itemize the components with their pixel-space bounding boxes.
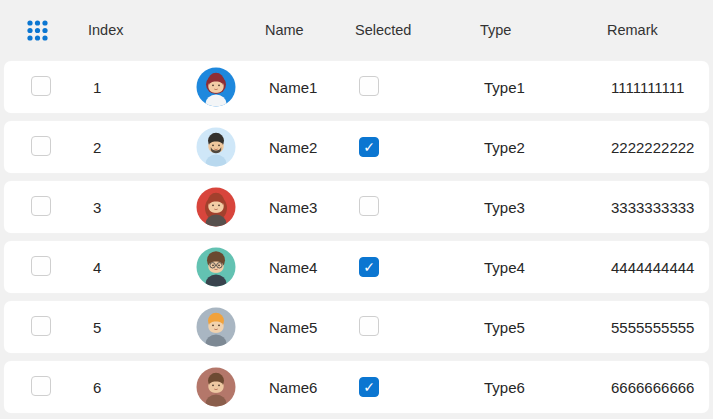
row-select-checkbox[interactable] [31,76,51,96]
selected-checkbox[interactable] [359,316,379,336]
selected-cell [355,196,480,219]
row-select-cell [4,376,60,399]
avatar-image [196,247,236,287]
grid-dots [27,20,47,40]
table-body: 1 Name1 Type1 1111111111 2 Name2 ✓ Type2… [0,60,713,414]
index-cell: 2 [60,139,165,156]
avatar-image [196,127,236,167]
selected-checkbox[interactable]: ✓ [359,377,379,397]
type-cell: Type1 [480,79,605,96]
avatar-cell [165,307,265,347]
selected-cell: ✓ [355,257,480,277]
remark-cell: 2222222222 [605,139,709,156]
table-header: Index Name Selected Type Remark [0,0,713,60]
row-select-checkbox[interactable] [31,376,51,396]
header-name: Name [261,22,351,38]
row-select-cell [4,136,60,159]
row-select-checkbox[interactable] [31,136,51,156]
selected-cell: ✓ [355,137,480,157]
table-row[interactable]: 4 Name4 ✓ Type4 4444444444 [3,240,710,294]
row-select-cell [4,316,60,339]
avatar-image [196,187,236,227]
remark-cell: 6666666666 [605,379,709,396]
type-cell: Type5 [480,319,605,336]
remark-cell: 4444444444 [605,259,709,276]
name-cell: Name1 [265,79,355,96]
table-row[interactable]: 5 Name5 Type5 5555555555 [3,300,710,354]
type-cell: Type2 [480,139,605,156]
avatar-cell [165,247,265,287]
name-cell: Name2 [265,139,355,156]
table-row[interactable]: 1 Name1 Type1 1111111111 [3,60,710,114]
avatar-cell [165,67,265,107]
table-row[interactable]: 3 Name3 Type3 3333333333 [3,180,710,234]
grid-dots-icon [26,19,49,42]
remark-cell: 5555555555 [605,319,709,336]
row-select-checkbox[interactable] [31,196,51,216]
table-row[interactable]: 6 Name6 ✓ Type6 6666666666 [3,360,710,414]
header-index: Index [56,22,161,38]
avatar-cell [165,367,265,407]
name-cell: Name4 [265,259,355,276]
name-cell: Name5 [265,319,355,336]
selected-checkbox[interactable]: ✓ [359,257,379,277]
index-cell: 5 [60,319,165,336]
index-cell: 4 [60,259,165,276]
selected-cell [355,76,480,99]
selected-checkbox[interactable]: ✓ [359,137,379,157]
index-cell: 6 [60,379,165,396]
apps-grid-button[interactable] [22,15,52,45]
name-cell: Name6 [265,379,355,396]
index-cell: 3 [60,199,165,216]
selected-checkbox[interactable] [359,196,379,216]
row-select-cell [4,196,60,219]
header-remark: Remark [601,22,713,38]
type-cell: Type4 [480,259,605,276]
row-select-cell [4,256,60,279]
avatar-image [196,67,236,107]
type-cell: Type3 [480,199,605,216]
header-selected: Selected [351,22,476,38]
avatar-cell [165,187,265,227]
row-select-checkbox[interactable] [31,256,51,276]
remark-cell: 3333333333 [605,199,709,216]
selected-checkbox[interactable] [359,76,379,96]
avatar-cell [165,127,265,167]
index-cell: 1 [60,79,165,96]
selected-cell [355,316,480,339]
type-cell: Type6 [480,379,605,396]
selected-cell: ✓ [355,377,480,397]
header-type: Type [476,22,601,38]
row-select-checkbox[interactable] [31,316,51,336]
table-row[interactable]: 2 Name2 ✓ Type2 2222222222 [3,120,710,174]
avatar-image [196,307,236,347]
remark-cell: 1111111111 [605,79,709,96]
row-select-cell [4,76,60,99]
avatar-image [196,367,236,407]
name-cell: Name3 [265,199,355,216]
